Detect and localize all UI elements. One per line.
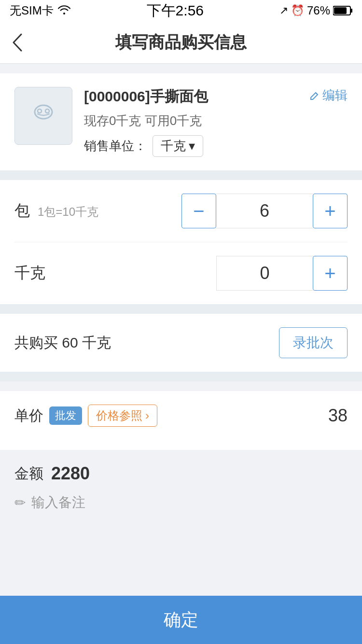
status-bar: 无SIM卡 下午2:56 ↗ ⏰ 76% (0, 0, 362, 21)
unit-select[interactable]: 千克 ▾ (153, 135, 203, 157)
edit-label: 编辑 (322, 87, 348, 104)
status-left: 无SIM卡 (10, 3, 71, 18)
product-info: [0000006]手撕面包 现存0千克 可用0千克 销售单位： 千克 ▾ (84, 87, 348, 157)
product-name: [0000006]手撕面包 (84, 87, 348, 107)
section-divider-3 (0, 372, 362, 381)
kg-label-main: 千克 (14, 263, 45, 284)
batch-button[interactable]: 录批次 (279, 327, 348, 358)
bao-quantity-row: 包 1包=10千克 − + (14, 180, 348, 242)
price-tag: 批发 (49, 406, 82, 425)
location-icon: ↗ (279, 4, 288, 17)
kg-qty-input[interactable] (216, 256, 313, 291)
kg-increment-button[interactable]: + (313, 256, 348, 291)
status-time: 下午2:56 (147, 1, 204, 21)
back-button[interactable] (12, 32, 23, 53)
price-label: 单价 (14, 406, 43, 426)
summary-text: 共购买 60 千克 (14, 333, 111, 353)
note-placeholder: 输入备注 (31, 493, 85, 512)
note-icon: ✏ (14, 495, 26, 511)
stock-label: 现存0千克 (84, 113, 141, 128)
svg-rect-2 (334, 7, 347, 14)
kg-label: 千克 (14, 263, 45, 284)
quantity-section: 包 1包=10千克 − + 千克 + (0, 180, 362, 304)
price-left: 单价 批发 价格参照 › (14, 405, 157, 427)
bao-label-main: 包 (14, 200, 30, 222)
product-thumbnail (14, 87, 72, 145)
amount-section: 金额 2280 ✏ 输入备注 (0, 450, 362, 525)
price-value: 38 (328, 406, 348, 426)
product-card: [0000006]手撕面包 现存0千克 可用0千克 销售单位： 千克 ▾ 编辑 (0, 73, 362, 170)
price-row: 单价 批发 价格参照 › 38 (14, 405, 348, 427)
unit-label: 销售单位： (84, 138, 147, 154)
confirm-button[interactable]: 确定 (0, 596, 362, 644)
available-label: 可用0千克 (145, 113, 202, 128)
amount-value: 2280 (51, 463, 90, 484)
confirm-label: 确定 (164, 608, 198, 632)
section-divider-1 (0, 170, 362, 180)
summary-row: 共购买 60 千克 录批次 (0, 314, 362, 372)
price-ref-button[interactable]: 价格参照 › (88, 405, 157, 427)
bao-decrement-button[interactable]: − (181, 194, 216, 228)
section-divider-2 (0, 304, 362, 314)
unit-value: 千克 (161, 138, 186, 154)
svg-point-4 (38, 109, 42, 113)
svg-point-5 (45, 109, 49, 113)
dropdown-icon: ▾ (189, 139, 195, 154)
batch-btn-label: 录批次 (293, 335, 334, 350)
price-ref-icon: › (145, 409, 149, 422)
product-stock: 现存0千克 可用0千克 (84, 112, 348, 129)
bao-label: 包 1包=10千克 (14, 200, 98, 222)
kg-qty-control: + (216, 256, 348, 291)
amount-label: 金额 (14, 464, 43, 484)
carrier-label: 无SIM卡 (10, 3, 54, 18)
svg-rect-1 (350, 9, 352, 13)
kg-quantity-row: 千克 + (14, 242, 348, 304)
battery-label: 76% (307, 4, 330, 17)
page-title: 填写商品购买信息 (115, 31, 247, 54)
alarm-icon: ⏰ (291, 4, 304, 17)
edit-button[interactable]: 编辑 (309, 87, 348, 104)
price-ref-label: 价格参照 (96, 408, 142, 423)
nav-bar: 填写商品购买信息 (0, 21, 362, 64)
bao-qty-input[interactable] (216, 194, 313, 228)
bao-increment-button[interactable]: + (313, 194, 348, 228)
wifi-icon (57, 4, 71, 17)
product-unit-row: 销售单位： 千克 ▾ (84, 135, 348, 157)
bao-qty-control: − + (181, 194, 348, 228)
price-section: 单价 批发 价格参照 › 38 (0, 391, 362, 450)
note-row[interactable]: ✏ 输入备注 (14, 493, 348, 512)
amount-row: 金额 2280 (14, 463, 348, 484)
bao-label-sub: 1包=10千克 (38, 204, 98, 220)
status-right: ↗ ⏰ 76% (279, 4, 352, 17)
battery-icon (333, 5, 352, 16)
